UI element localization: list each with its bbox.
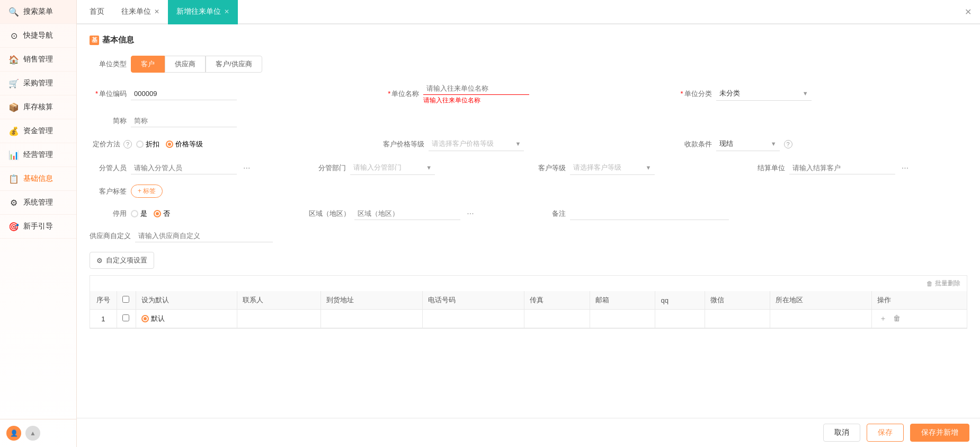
delete-row-btn[interactable]: 🗑: [891, 313, 903, 323]
region-label: 区域（地区）: [309, 209, 350, 218]
customer-price-level-placeholder: 请选择客户价格等级: [432, 139, 494, 148]
add-row-btn[interactable]: ＋: [877, 313, 889, 323]
tab-home[interactable]: 首页: [81, 0, 113, 24]
unit-type-label: 单位类型: [90, 59, 127, 69]
settlement-unit-more-btn[interactable]: ···: [899, 163, 911, 173]
tab-partners-close[interactable]: ✕: [154, 8, 159, 15]
radio-price-level[interactable]: 价格等级: [166, 139, 203, 149]
table-toolbar: 🗑 批量删除: [90, 276, 967, 291]
close-all-tabs-btn[interactable]: ✕: [960, 7, 976, 17]
sidebar-item-basic[interactable]: 📋 基础信息: [0, 167, 76, 191]
form-area: 基 基本信息 单位类型 客户 供应商 客户/供应商 *单位编码: [77, 24, 980, 418]
sidebar-item-label: 搜索菜单: [23, 7, 53, 16]
sidebar-item-quicknav[interactable]: ⊙ 快捷导航: [0, 24, 76, 48]
radio-discount[interactable]: 折扣: [136, 139, 159, 149]
sidebar-item-guide[interactable]: 🎯 新手引导: [0, 215, 76, 239]
supplier-custom-input[interactable]: [135, 230, 273, 242]
sidebar-item-system[interactable]: ⚙ 系统管理: [0, 191, 76, 215]
region-more-btn[interactable]: ···: [465, 209, 476, 218]
search-icon: 🔍: [8, 6, 19, 17]
save-and-new-button[interactable]: 保存并新增: [910, 424, 969, 442]
operations-icon: 📊: [8, 150, 19, 160]
sidebar-item-inventory[interactable]: 📦 库存核算: [0, 95, 76, 119]
select-all-checkbox[interactable]: [122, 296, 129, 303]
disabled-field: 停用 是 否: [90, 209, 309, 218]
row-default-radio[interactable]: 默认: [141, 314, 232, 323]
tab-new-partner[interactable]: 新增往来单位 ✕: [168, 0, 238, 24]
cell-checkbox: [117, 310, 136, 328]
col-wechat: 微信: [705, 291, 770, 310]
department-label: 分管部门: [309, 163, 346, 173]
sales-icon: 🏠: [8, 54, 19, 65]
tab-new-partner-close[interactable]: ✕: [224, 8, 229, 15]
remark-input[interactable]: [570, 207, 729, 220]
cell-qq: [655, 310, 705, 328]
tag-row: 客户标签 + 标签: [90, 185, 967, 198]
custom-settings-btn[interactable]: ⚙ 自定义项设置: [90, 252, 154, 269]
pricing-method-label: 定价方法 ?: [90, 139, 132, 149]
region-field: 区域（地区） ···: [309, 207, 528, 220]
unit-category-value: 未分类: [719, 89, 740, 98]
sidebar-item-operations[interactable]: 📊 经营管理: [0, 143, 76, 167]
payment-terms-label: 收款条件: [675, 139, 712, 149]
radio-yes-label: 是: [140, 209, 147, 218]
type-buttons: 客户 供应商 客户/供应商: [131, 56, 262, 73]
sidebar-item-finance[interactable]: 💰 资金管理: [0, 119, 76, 143]
tag-label: 客户标签: [90, 187, 127, 196]
payment-terms-select[interactable]: 现结 ▼: [716, 137, 780, 151]
unit-code-input[interactable]: [131, 87, 237, 100]
sidebar-item-label: 销售管理: [23, 55, 53, 64]
payment-terms-help-icon[interactable]: ?: [784, 140, 792, 148]
finance-icon: 💰: [8, 126, 19, 136]
region-input[interactable]: [354, 207, 460, 220]
short-name-input[interactable]: [131, 115, 237, 127]
cell-phone: [423, 310, 524, 328]
customer-level-select[interactable]: 请选择客户等级 ▼: [570, 161, 655, 175]
pricing-help-icon[interactable]: ?: [123, 140, 132, 148]
save-button[interactable]: 保存: [867, 424, 904, 442]
radio-no[interactable]: 否: [154, 209, 170, 218]
radio-dot: [168, 143, 171, 146]
batch-delete-btn[interactable]: 🗑 批量删除: [926, 279, 960, 288]
unit-category-select[interactable]: 未分类 ▼: [716, 86, 812, 101]
unit-name-input[interactable]: [423, 82, 529, 95]
customer-level-label: 客户等级: [529, 163, 566, 173]
radio-price-level-circle: [166, 141, 173, 148]
pricing-row: 定价方法 ? 折扣 价格等级: [90, 137, 967, 151]
sidebar-item-label: 库存核算: [23, 102, 53, 112]
type-btn-supplier[interactable]: 供应商: [165, 56, 206, 73]
supplier-custom-label: 供应商自定义: [90, 231, 131, 241]
disabled-row: 停用 是 否 区域（地区）: [90, 207, 967, 220]
department-select[interactable]: 请输入分管部门 ▼: [350, 161, 435, 175]
settlement-unit-input[interactable]: [789, 162, 895, 174]
sidebar-settings-btn[interactable]: ▲: [25, 426, 40, 441]
row-default-circle: [141, 315, 149, 322]
row-checkbox[interactable]: [122, 314, 129, 321]
row-default-label: 默认: [151, 314, 165, 323]
manager-more-btn[interactable]: ···: [241, 163, 252, 173]
unit-name-wrapper: 请输入往来单位名称: [423, 82, 529, 105]
cell-email: [590, 310, 655, 328]
tab-partners[interactable]: 往来单位 ✕: [113, 0, 168, 24]
customer-price-level-select[interactable]: 请选择客户价格等级 ▼: [429, 137, 524, 151]
cell-region: [770, 310, 872, 328]
manager-row: 分管人员 ··· 分管部门 请输入分管部门 ▼ 客户等级 请选择客户等级 ▼: [90, 161, 967, 175]
sidebar-item-label: 经营管理: [23, 150, 53, 160]
type-btn-both[interactable]: 客户/供应商: [206, 56, 262, 73]
cell-default: 默认: [136, 310, 237, 328]
sidebar-item-search[interactable]: 🔍 搜索菜单: [0, 0, 76, 24]
tag-field: 客户标签 + 标签: [90, 185, 967, 198]
col-fax: 传真: [524, 291, 590, 310]
cancel-button[interactable]: 取消: [823, 424, 860, 442]
add-tag-btn[interactable]: + 标签: [131, 185, 163, 198]
unit-name-field: *单位名称 请输入往来单位名称: [382, 82, 674, 105]
sidebar-avatar-btn[interactable]: 👤: [6, 426, 21, 441]
cell-fax: [524, 310, 590, 328]
sidebar-item-sales[interactable]: 🏠 销售管理: [0, 48, 76, 72]
radio-yes[interactable]: 是: [131, 209, 147, 218]
section-title: 基 基本信息: [90, 35, 967, 45]
manager-input[interactable]: [131, 162, 237, 174]
sidebar-item-purchase[interactable]: 🛒 采购管理: [0, 72, 76, 95]
sidebar-item-label: 新手引导: [23, 222, 53, 231]
type-btn-customer[interactable]: 客户: [131, 56, 165, 73]
